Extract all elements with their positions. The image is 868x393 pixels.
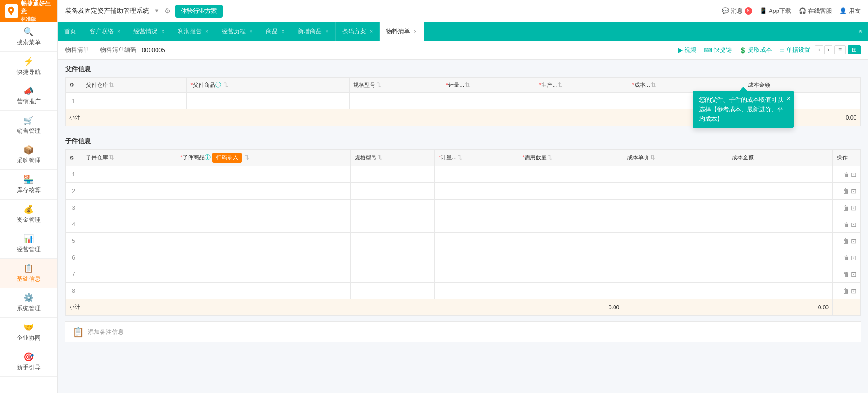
child-qty-6[interactable] [518,249,623,266]
child-spec-6[interactable] [351,249,434,266]
tab-barcode-close[interactable]: × [370,29,373,34]
child-warehouse-6[interactable] [82,249,176,266]
dropdown-icon[interactable]: ▼ [154,7,160,14]
child-qty-3[interactable] [518,200,623,216]
parent-unit[interactable] [442,93,535,109]
message-item[interactable]: 💬 消息 6 [722,7,752,15]
view-button[interactable]: ▶ 视频 [675,44,699,55]
scan-button[interactable]: 扫码录入 [212,153,242,163]
child-cost-price-5[interactable] [623,233,728,249]
child-warehouse-5[interactable] [82,233,176,249]
tooltip-close-button[interactable]: × [787,93,790,103]
sidebar-item-inventory[interactable]: 🏪 库存核算 [0,170,57,200]
child-product-8[interactable] [176,283,351,299]
copy-icon-2[interactable]: ⊡ [851,187,856,195]
delete-icon-1[interactable]: 🗑 [843,171,849,178]
child-spec-7[interactable] [351,266,434,283]
tab-bom-close[interactable]: × [414,29,416,34]
child-cost-price-2[interactable] [623,183,728,200]
delete-icon-7[interactable]: 🗑 [843,271,849,278]
child-qty-4[interactable] [518,216,623,233]
parent-spec[interactable] [349,93,442,109]
cost-button[interactable]: 💲 提取成本 [736,44,775,55]
child-product-2[interactable] [176,183,351,200]
sidebar-item-purchase[interactable]: 📦 采购管理 [0,140,57,170]
child-unit-6[interactable] [434,249,518,266]
child-warehouse-1[interactable] [82,166,176,183]
child-spec-5[interactable] [351,233,434,249]
breadcrumb-bom[interactable]: 物料清单 [65,46,89,54]
child-warehouse-8[interactable] [82,283,176,299]
child-product-3[interactable] [176,200,351,216]
copy-icon-6[interactable]: ⊡ [851,254,856,261]
parent-col-settings[interactable]: ⚙ [66,78,82,93]
child-warehouse-4[interactable] [82,216,176,233]
sidebar-item-operation[interactable]: 📊 经营管理 [0,229,57,259]
tab-home[interactable]: 首页 [58,22,83,41]
sidebar-item-basic[interactable]: 📋 基础信息 [0,259,57,288]
tab-new-goods[interactable]: 新增商品 × [291,22,335,41]
child-product-5[interactable] [176,233,351,249]
sidebar-item-sales[interactable]: 🛒 销售管理 [0,111,57,140]
delete-icon-8[interactable]: 🗑 [843,287,849,295]
child-cost-price-7[interactable] [623,266,728,283]
tab-operations[interactable]: 经营情况 × [127,22,171,41]
delete-icon-6[interactable]: 🗑 [843,254,849,261]
tab-goods-close[interactable]: × [282,29,284,34]
sidebar-item-search[interactable]: 🔍 搜索菜单 [0,22,57,52]
app-item[interactable]: 📱 App下载 [760,7,791,15]
child-warehouse-7[interactable] [82,266,176,283]
child-spec-3[interactable] [351,200,434,216]
experience-button[interactable]: 体验行业方案 [175,5,223,18]
parent-produce[interactable] [535,93,628,109]
child-qty-1[interactable] [518,166,623,183]
gear-icon[interactable]: ⚙ [164,6,171,15]
tab-new-goods-close[interactable]: × [326,29,328,34]
child-spec-2[interactable] [351,183,434,200]
notes-label[interactable]: 添加备注信息 [88,328,124,336]
tab-bom[interactable]: 物料清单 × [380,22,423,41]
child-unit-8[interactable] [434,283,518,299]
card-view-button[interactable]: ⊞ [848,45,861,54]
tabs-close-button[interactable]: × [856,27,864,36]
list-view-button[interactable]: ≡ [834,45,846,54]
child-product-4[interactable] [176,216,351,233]
setting-button[interactable]: ☰ 单据设置 [777,44,813,55]
tab-profit-close[interactable]: × [205,29,208,34]
copy-icon-1[interactable]: ⊡ [851,171,856,178]
sidebar-item-cooperation[interactable]: 🤝 企业协同 [0,318,57,347]
tab-barcode[interactable]: 条码方案 × [336,22,380,41]
sidebar-item-guide[interactable]: 🎯 新手引导 [0,347,57,377]
child-product-1[interactable] [176,166,351,183]
tab-operations-close[interactable]: × [161,29,164,34]
child-spec-1[interactable] [351,166,434,183]
delete-icon-2[interactable]: 🗑 [843,187,849,195]
child-unit-7[interactable] [434,266,518,283]
copy-icon-4[interactable]: ⊡ [851,221,856,228]
child-qty-5[interactable] [518,233,623,249]
prev-button[interactable]: ‹ [815,45,823,54]
child-cost-price-3[interactable] [623,200,728,216]
child-cost-price-1[interactable] [623,166,728,183]
child-unit-2[interactable] [434,183,518,200]
child-qty-2[interactable] [518,183,623,200]
sidebar-item-finance[interactable]: 💰 资金管理 [0,200,57,229]
copy-icon-8[interactable]: ⊡ [851,287,856,295]
delete-icon-5[interactable]: 🗑 [843,237,849,245]
child-qty-7[interactable] [518,266,623,283]
delete-icon-3[interactable]: 🗑 [843,204,849,212]
user-item[interactable]: 👤 用友 [839,7,861,15]
child-col-settings[interactable]: ⚙ [66,150,82,166]
tab-profit[interactable]: 利润报告 × [171,22,215,41]
child-warehouse-3[interactable] [82,200,176,216]
child-product-6[interactable] [176,249,351,266]
child-unit-4[interactable] [434,216,518,233]
parent-product[interactable] [187,93,349,109]
tab-history[interactable]: 经营历程 × [215,22,259,41]
child-unit-3[interactable] [434,200,518,216]
copy-icon-3[interactable]: ⊡ [851,204,856,212]
copy-icon-7[interactable]: ⊡ [851,271,856,278]
child-warehouse-2[interactable] [82,183,176,200]
child-spec-4[interactable] [351,216,434,233]
parent-warehouse[interactable] [82,93,187,109]
